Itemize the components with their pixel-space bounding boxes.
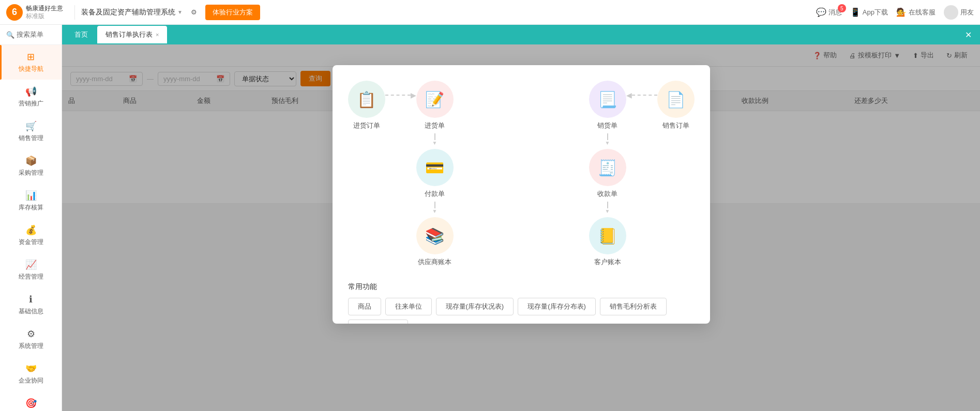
- sidebar-item-newbie[interactable]: 🎯 新手引导: [0, 391, 62, 411]
- logo-area: 6 畅康通好生意 标准版: [6, 4, 68, 21]
- sidebar-label-operation: 经营管理: [19, 272, 43, 281]
- sidebar: 🔍 搜索菜单 ⊞ 快捷导航📢 营销推广🛒 销售管理📦 采购管理📊 库存核算💰 资…: [0, 25, 62, 411]
- tab-home[interactable]: 首页: [66, 26, 96, 43]
- sidebar-item-system[interactable]: ⚙ 系统管理: [0, 322, 62, 357]
- customer-account-node[interactable]: 📒: [589, 217, 626, 254]
- tab-bar: 首页 销售订单执行表 × ✕: [62, 25, 980, 44]
- supplier-account-label: 供应商账本: [418, 257, 451, 267]
- flow-col-1: 📋 进货订单: [348, 81, 385, 130]
- func-btn-2[interactable]: 现存量(库存状况表): [436, 298, 514, 315]
- flow-diagram: 📋 进货订单 ▶: [348, 81, 695, 267]
- arrow-down-1: ▼: [432, 133, 438, 146]
- receipt-node[interactable]: 🧾: [589, 149, 626, 186]
- main-close-button[interactable]: ✕: [961, 30, 976, 40]
- arrow-down-3: ▼: [605, 133, 610, 146]
- sidebar-icon-quick-nav: ⊞: [27, 51, 35, 63]
- tab-close-icon[interactable]: ×: [156, 32, 159, 38]
- sidebar-item-purchase[interactable]: 📦 采购管理: [0, 149, 62, 184]
- common-functions-title: 常用功能: [348, 282, 695, 292]
- sidebar-icon-purchase: 📦: [25, 155, 37, 166]
- sidebar-label-collab: 企业协同: [19, 376, 43, 385]
- func-btn-row1: 商品往来单位现存量(库存状况表)现存量(库存分布表)销售毛利分析表商品毛利分析: [348, 298, 695, 324]
- sidebar-label-purchase: 采购管理: [19, 169, 43, 177]
- sale-bill-label: 销货单: [597, 121, 617, 130]
- flow-col-3: 📃 销货单 ▼ 🧾: [589, 81, 626, 267]
- quick-nav-modal: 📋 进货订单 ▶: [333, 65, 710, 324]
- message-button[interactable]: 💬 消息 5: [816, 7, 842, 17]
- func-btn-4[interactable]: 销售毛利分析表: [600, 298, 667, 315]
- top-right-area: 💬 消息 5 📱 App下载 💁 在线客服 用友: [816, 5, 974, 20]
- modal-scroll-area: 📋 进货订单 ▶: [333, 65, 710, 324]
- search-icon: 🔍: [6, 31, 14, 39]
- arrow-left-1: ◀: [626, 91, 657, 99]
- sale-order-node[interactable]: 📄: [657, 81, 695, 118]
- sidebar-label-quick-nav: 快捷导航: [19, 65, 43, 73]
- sidebar-icon-collab: 🤝: [25, 363, 37, 374]
- logo-icon: 6: [6, 4, 23, 21]
- sidebar-label-inventory: 库存核算: [19, 203, 43, 212]
- main-content: 首页 销售订单执行表 × ✕ ❓ 帮助 🖨 按模板打印 ▼: [62, 25, 980, 411]
- system-dropdown-icon[interactable]: ▼: [177, 9, 183, 15]
- sidebar-label-sales: 销售管理: [19, 134, 43, 143]
- sidebar-label-marketing: 营销推广: [19, 99, 43, 108]
- func-btn-1[interactable]: 往来单位: [385, 298, 432, 315]
- sidebar-item-basic[interactable]: ℹ 基础信息: [0, 287, 62, 322]
- sidebar-label-finance: 资金管理: [19, 238, 43, 247]
- supplier-account-node[interactable]: 📚: [416, 217, 454, 254]
- top-bar: 6 畅康通好生意 标准版 装备及固定资产辅助管理系统 ▼ ⚙ 体验行业方案 💬 …: [0, 0, 980, 25]
- sidebar-icon-operation: 📈: [25, 259, 37, 270]
- user-avatar[interactable]: 用友: [944, 5, 974, 20]
- system-title: 装备及固定资产辅助管理系统 ▼: [81, 8, 183, 17]
- main-layout: 🔍 搜索菜单 ⊞ 快捷导航📢 营销推广🛒 销售管理📦 采购管理📊 库存核算💰 资…: [0, 25, 980, 411]
- func-btn-0[interactable]: 商品: [348, 298, 381, 315]
- experience-button[interactable]: 体验行业方案: [205, 5, 260, 20]
- receipt-label: 收款单: [597, 189, 617, 199]
- sidebar-icon-inventory: 📊: [25, 190, 37, 201]
- arrow-down-4: ▼: [605, 202, 610, 214]
- sidebar-item-inventory[interactable]: 📊 库存核算: [0, 184, 62, 218]
- sidebar-icon-sales: 🛒: [25, 120, 37, 132]
- func-btn-3[interactable]: 现存量(库存分布表): [518, 298, 596, 315]
- purchase-order-node[interactable]: 📋: [348, 81, 385, 118]
- modal-overlay[interactable]: 📋 进货订单 ▶: [62, 44, 980, 411]
- active-bar: [0, 45, 2, 80]
- purchase-order-label: 进货订单: [353, 121, 380, 130]
- payment-node[interactable]: 💳: [416, 149, 454, 186]
- sidebar-icon-basic: ℹ: [29, 294, 33, 305]
- message-badge: 5: [838, 4, 846, 12]
- page-content: ❓ 帮助 🖨 按模板打印 ▼ ⬆ 导出 ↻ 刷新: [62, 44, 980, 411]
- sidebar-item-sales[interactable]: 🛒 销售管理: [0, 114, 62, 149]
- logo-text: 畅康通好生意 标准版: [26, 5, 63, 20]
- sidebar-item-collab[interactable]: 🤝 企业协同: [0, 357, 62, 391]
- common-functions: 常用功能 商品往来单位现存量(库存状况表)现存量(库存分布表)销售毛利分析表商品…: [348, 282, 695, 324]
- tab-sales-order[interactable]: 销售订单执行表 ×: [97, 26, 167, 43]
- arrow-down-2: ▼: [432, 202, 438, 214]
- online-service-button[interactable]: 💁 在线客服: [896, 7, 936, 17]
- sale-order-label: 销售订单: [662, 121, 689, 130]
- flow-col-2: 📝 进货单 ▼ 💳: [416, 81, 454, 267]
- sidebar-icon-system: ⚙: [27, 328, 35, 340]
- sidebar-item-marketing[interactable]: 📢 营销推广: [0, 80, 62, 114]
- flow-col-4: 📄 销售订单: [657, 81, 695, 130]
- func-btn-5[interactable]: 商品毛利分析: [348, 319, 408, 324]
- app-download-button[interactable]: 📱 App下载: [850, 7, 888, 17]
- payment-label: 付款单: [425, 189, 445, 199]
- settings-icon[interactable]: ⚙: [187, 5, 201, 20]
- sidebar-item-finance[interactable]: 💰 资金管理: [0, 218, 62, 253]
- sidebar-item-quick-nav[interactable]: ⊞ 快捷导航: [0, 45, 62, 80]
- sidebar-icon-marketing: 📢: [25, 86, 37, 97]
- sidebar-icon-newbie: 🎯: [25, 398, 37, 409]
- purchase-bill-node[interactable]: 📝: [416, 81, 454, 118]
- avatar: [944, 5, 958, 20]
- arrow-right-1: ▶: [385, 91, 416, 99]
- purchase-bill-label: 进货单: [425, 121, 445, 130]
- sale-bill-node[interactable]: 📃: [589, 81, 626, 118]
- sidebar-label-basic: 基础信息: [19, 307, 43, 316]
- sidebar-icon-finance: 💰: [25, 224, 37, 236]
- customer-account-label: 客户账本: [594, 257, 621, 267]
- sidebar-item-operation[interactable]: 📈 经营管理: [0, 253, 62, 287]
- sidebar-label-system: 系统管理: [19, 342, 43, 351]
- search-menu[interactable]: 🔍 搜索菜单: [0, 25, 62, 45]
